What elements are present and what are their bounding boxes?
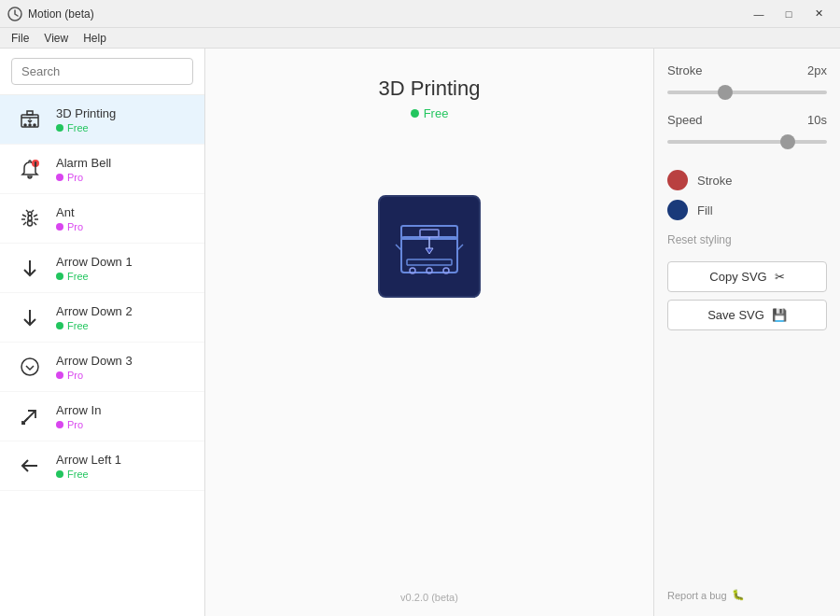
center-badge: Free	[411, 106, 449, 120]
sidebar-list: 3D Printing Free !	[0, 95, 204, 616]
stroke-color-swatch[interactable]	[667, 170, 688, 190]
svg-point-21	[21, 358, 38, 375]
copy-svg-button[interactable]: Copy SVG ✂	[667, 261, 827, 292]
speed-control-row: Speed 10s	[667, 113, 827, 127]
icon-preview	[378, 195, 481, 298]
arrow-left-1-badge: Free	[56, 469, 121, 480]
stroke-color-label: Stroke	[697, 174, 733, 188]
close-button[interactable]: ✕	[805, 3, 833, 25]
svg-line-18	[32, 210, 34, 212]
svg-rect-2	[27, 111, 33, 115]
3d-printing-info: 3D Printing Free	[56, 106, 116, 133]
copy-svg-label: Copy SVG	[709, 270, 766, 284]
app-icon	[7, 7, 22, 21]
ant-info: Ant Pro	[56, 205, 83, 232]
speed-value: 10s	[807, 113, 827, 127]
menu-file[interactable]: File	[4, 30, 36, 47]
free-dot-ad1	[56, 273, 63, 280]
sidebar: 3D Printing Free !	[0, 49, 205, 616]
sidebar-item-arrow-down-3[interactable]: Arrow Down 3 Pro	[0, 343, 204, 392]
arrow-down-2-icon	[13, 301, 47, 334]
arrow-left-1-icon	[13, 449, 47, 483]
center-title: 3D Printing	[379, 77, 481, 101]
arrow-in-badge: Pro	[56, 419, 101, 430]
svg-point-4	[29, 124, 31, 126]
arrow-in-info: Arrow In Pro	[56, 403, 101, 430]
arrow-down-1-name: Arrow Down 1	[56, 255, 133, 269]
stroke-color-row: Stroke	[667, 170, 827, 190]
svg-line-11	[22, 215, 26, 217]
pro-dot	[56, 174, 63, 181]
sidebar-item-arrow-down-2[interactable]: Arrow Down 2 Free	[0, 293, 204, 343]
stroke-slider[interactable]	[667, 91, 827, 94]
svg-rect-27	[420, 230, 439, 237]
bug-icon: 🐛	[732, 589, 745, 601]
window-controls: — □ ✕	[745, 3, 833, 25]
arrow-left-1-name: Arrow Left 1	[56, 453, 121, 467]
app-body: 3D Printing Free !	[0, 49, 840, 616]
sidebar-item-alarm-bell[interactable]: ! Alarm Bell Pro	[0, 145, 204, 194]
pro-label-ad3: Pro	[67, 370, 83, 381]
search-container	[0, 49, 204, 95]
arrow-down-3-info: Arrow Down 3 Pro	[56, 354, 133, 381]
alarm-bell-name: Alarm Bell	[56, 156, 111, 170]
arrow-in-name: Arrow In	[56, 403, 101, 417]
arrow-down-2-name: Arrow Down 2	[56, 304, 133, 318]
menu-view[interactable]: View	[36, 30, 76, 47]
report-bug-link[interactable]: Report a bug 🐛	[667, 589, 827, 601]
center-free-dot	[411, 109, 419, 118]
alarm-bell-info: Alarm Bell Pro	[56, 156, 111, 183]
sidebar-item-arrow-down-1[interactable]: Arrow Down 1 Free	[0, 244, 204, 293]
pro-label: Pro	[67, 172, 83, 183]
free-dot-ad2	[56, 322, 63, 329]
maximize-button[interactable]: □	[775, 3, 803, 25]
sidebar-item-arrow-in[interactable]: Arrow In Pro	[0, 392, 204, 441]
fill-color-swatch[interactable]	[667, 200, 688, 220]
save-svg-label: Save SVG	[707, 308, 764, 322]
save-svg-button[interactable]: Save SVG 💾	[667, 300, 827, 330]
sidebar-item-ant[interactable]: Ant Pro	[0, 194, 204, 244]
arrow-down-2-badge: Free	[56, 320, 133, 331]
arrow-down-2-info: Arrow Down 2 Free	[56, 304, 133, 331]
arrow-down-3-badge: Pro	[56, 370, 133, 381]
menubar: File View Help	[0, 28, 840, 49]
arrow-down-1-icon	[13, 251, 47, 285]
svg-point-9	[28, 212, 32, 216]
reset-styling-button[interactable]: Reset styling	[667, 233, 827, 246]
pro-label-ant: Pro	[67, 221, 83, 232]
search-input[interactable]	[11, 58, 193, 85]
3d-printing-icon	[13, 103, 47, 136]
svg-rect-30	[407, 259, 452, 265]
minimize-button[interactable]: —	[745, 3, 773, 25]
color-section: Stroke Fill	[667, 170, 827, 230]
ant-badge: Pro	[56, 221, 83, 232]
3d-printing-name: 3D Printing	[56, 106, 116, 120]
version-text: v0.2.0 (beta)	[400, 592, 458, 603]
speed-label: Speed	[667, 113, 703, 127]
free-dot-al1	[56, 470, 63, 478]
svg-point-3	[24, 124, 26, 126]
arrow-left-1-info: Arrow Left 1 Free	[56, 453, 121, 480]
svg-point-5	[34, 124, 35, 126]
svg-line-16	[34, 222, 36, 225]
stroke-value: 2px	[807, 63, 827, 77]
fill-color-label: Fill	[697, 203, 713, 217]
stroke-label: Stroke	[667, 63, 703, 77]
arrow-down-1-badge: Free	[56, 271, 133, 282]
svg-line-12	[34, 215, 37, 217]
ant-name: Ant	[56, 205, 83, 219]
ant-icon	[13, 202, 47, 235]
svg-marker-29	[426, 248, 433, 254]
stroke-slider-container	[667, 81, 827, 98]
stroke-control-row: Stroke 2px	[667, 63, 827, 77]
menu-help[interactable]: Help	[76, 30, 114, 47]
right-panel: Stroke 2px Speed 10s Stroke Fill Reset s…	[653, 49, 840, 616]
arrow-in-icon	[13, 399, 47, 433]
speed-slider[interactable]	[667, 140, 827, 144]
pro-dot-ai	[56, 421, 63, 428]
sidebar-item-arrow-left-1[interactable]: Arrow Left 1 Free	[0, 441, 204, 491]
report-label: Report a bug	[667, 590, 727, 601]
free-dot	[56, 124, 63, 132]
sidebar-item-3d-printing[interactable]: 3D Printing Free	[0, 95, 204, 145]
pro-label-ai: Pro	[67, 419, 83, 430]
